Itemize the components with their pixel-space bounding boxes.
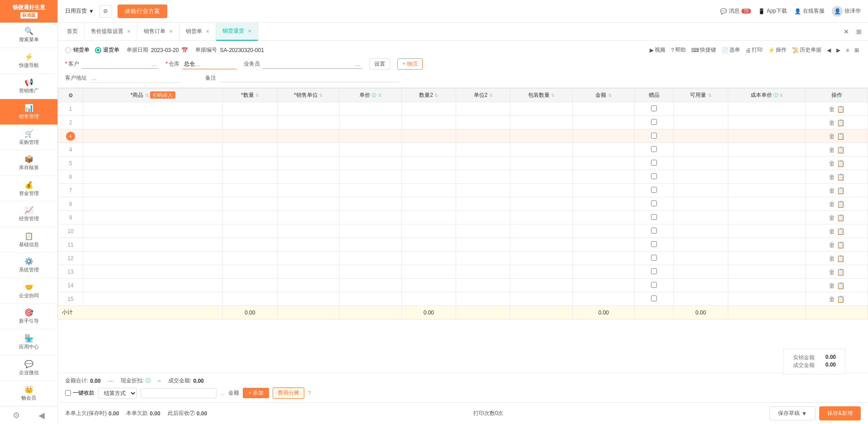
amount-cell[interactable]	[572, 292, 635, 306]
delete-row-icon[interactable]: 🗑	[829, 241, 835, 248]
qty2-cell[interactable]	[401, 252, 456, 265]
delete-row-icon[interactable]: 🗑	[829, 133, 835, 140]
gift-checkbox[interactable]	[651, 105, 657, 111]
gift-cell[interactable]	[635, 102, 674, 116]
qty-cell[interactable]	[223, 143, 277, 157]
pack-cell[interactable]	[510, 265, 573, 279]
product-cell[interactable]	[83, 252, 223, 265]
customer-input[interactable]	[84, 61, 151, 67]
amount-cell[interactable]	[572, 170, 635, 184]
delete-row-icon[interactable]: 🗑	[829, 282, 835, 289]
product-input[interactable]	[85, 133, 221, 139]
qty2-cell[interactable]	[401, 265, 456, 279]
customer-input-wrapper[interactable]: ...	[82, 59, 159, 69]
copy-row-icon[interactable]: 📋	[837, 241, 844, 248]
copy-row-icon[interactable]: 📋	[837, 214, 844, 221]
available-cell[interactable]	[674, 238, 728, 252]
price-cell[interactable]	[340, 184, 402, 197]
pack-cell[interactable]	[510, 170, 573, 184]
copy-row-icon[interactable]: 📋	[837, 282, 844, 289]
sidebar-settings-icon[interactable]: ⚙	[13, 410, 20, 420]
toolbar-video-btn[interactable]: ▶ 视频	[648, 45, 667, 55]
qty2-cell[interactable]	[401, 197, 456, 211]
available-cell[interactable]	[674, 102, 728, 116]
available-cell[interactable]	[674, 184, 728, 197]
available-cell[interactable]	[674, 157, 728, 170]
sidebar-item-marketing[interactable]: 📢 营销推广	[0, 74, 57, 100]
copy-row-icon[interactable]: 📋	[837, 295, 844, 303]
sidebar-item-enterprise[interactable]: 🤝 企业协同	[0, 278, 57, 304]
copy-row-icon[interactable]: 📋	[837, 255, 844, 262]
delete-row-icon[interactable]: 🗑	[829, 214, 835, 221]
save-new-button[interactable]: 保存&新增	[819, 406, 861, 420]
copy-row-icon[interactable]: 📋	[837, 105, 844, 113]
gift-checkbox[interactable]	[651, 228, 657, 233]
tab-sales-order[interactable]: 销售订单 ✕	[137, 23, 179, 41]
add-row-btn[interactable]: +	[66, 132, 75, 141]
toolbar-help-btn[interactable]: ? 帮助	[669, 45, 688, 55]
add-logistics-button[interactable]: + 物流	[397, 58, 423, 70]
price-cell[interactable]	[340, 224, 402, 238]
pack-cell[interactable]	[510, 224, 573, 238]
product-cell[interactable]	[83, 129, 223, 143]
amount-cell[interactable]	[572, 143, 635, 157]
toolbar-history-btn[interactable]: 📜 历史单据	[790, 45, 823, 55]
price-cell[interactable]	[340, 292, 402, 306]
cost-cell[interactable]	[728, 157, 806, 170]
qty-cell[interactable]	[223, 292, 277, 306]
gift-checkbox[interactable]	[651, 187, 657, 193]
close-icon[interactable]: ✕	[169, 29, 173, 34]
remark-input-wrapper[interactable]	[219, 74, 400, 82]
price-cell[interactable]	[340, 143, 402, 157]
gift-cell[interactable]	[635, 224, 674, 238]
pack-cell[interactable]	[510, 102, 573, 116]
gift-cell[interactable]	[635, 292, 674, 306]
price-cell[interactable]	[340, 102, 402, 116]
price-cell[interactable]	[340, 129, 402, 143]
copy-row-icon[interactable]: 📋	[837, 133, 844, 140]
delete-row-icon[interactable]: 🗑	[829, 105, 835, 113]
gift-cell[interactable]	[635, 143, 674, 157]
available-cell[interactable]	[674, 252, 728, 265]
sidebar-item-finance[interactable]: 💰 资金管理	[0, 176, 57, 202]
unit-cell[interactable]	[277, 252, 340, 265]
sort-icon[interactable]: ⇅	[319, 93, 323, 98]
customer-dots-btn[interactable]: ...	[151, 60, 157, 67]
gift-cell[interactable]	[635, 252, 674, 265]
pack-cell[interactable]	[510, 116, 573, 129]
product-cell[interactable]	[83, 265, 223, 279]
amount-cell[interactable]	[572, 102, 635, 116]
toolbar-shortcut-btn[interactable]: ⌨ 快捷键	[689, 45, 718, 55]
toolbar-select-btn[interactable]: 📄 选单	[720, 45, 742, 55]
product-cell[interactable]	[83, 279, 223, 292]
unit2-cell[interactable]	[456, 279, 510, 292]
cost-cell[interactable]	[728, 224, 806, 238]
remark-input[interactable]	[221, 75, 398, 81]
unit2-cell[interactable]	[456, 102, 510, 116]
qty2-cell[interactable]	[401, 116, 456, 129]
save-draft-button[interactable]: 保存草稿 ▼	[769, 406, 816, 420]
available-cell[interactable]	[674, 279, 728, 292]
unit-cell[interactable]	[277, 116, 340, 129]
try-plan-button[interactable]: 体验行业方案	[118, 5, 167, 18]
sort-icon[interactable]: ⇅	[378, 93, 382, 98]
price-cell[interactable]	[340, 238, 402, 252]
unit2-cell[interactable]	[456, 116, 510, 129]
toolbar-operate-btn[interactable]: ⚡ 操作	[766, 45, 788, 55]
gift-checkbox[interactable]	[651, 268, 657, 274]
qty-cell[interactable]	[223, 157, 277, 170]
available-cell[interactable]	[674, 211, 728, 224]
available-cell[interactable]	[674, 224, 728, 238]
available-cell[interactable]	[674, 197, 728, 211]
gift-checkbox[interactable]	[651, 146, 657, 152]
scan-btn[interactable]: 扫码录入	[150, 91, 175, 99]
close-icon[interactable]: ✕	[127, 29, 131, 34]
qty-cell[interactable]	[223, 197, 277, 211]
product-cell[interactable]	[83, 102, 223, 116]
cost-cell[interactable]	[728, 129, 806, 143]
cost-cell[interactable]	[728, 102, 806, 116]
unit-cell[interactable]	[277, 143, 340, 157]
cost-cell[interactable]	[728, 265, 806, 279]
amount-cell[interactable]	[572, 211, 635, 224]
qty2-cell[interactable]	[401, 211, 456, 224]
